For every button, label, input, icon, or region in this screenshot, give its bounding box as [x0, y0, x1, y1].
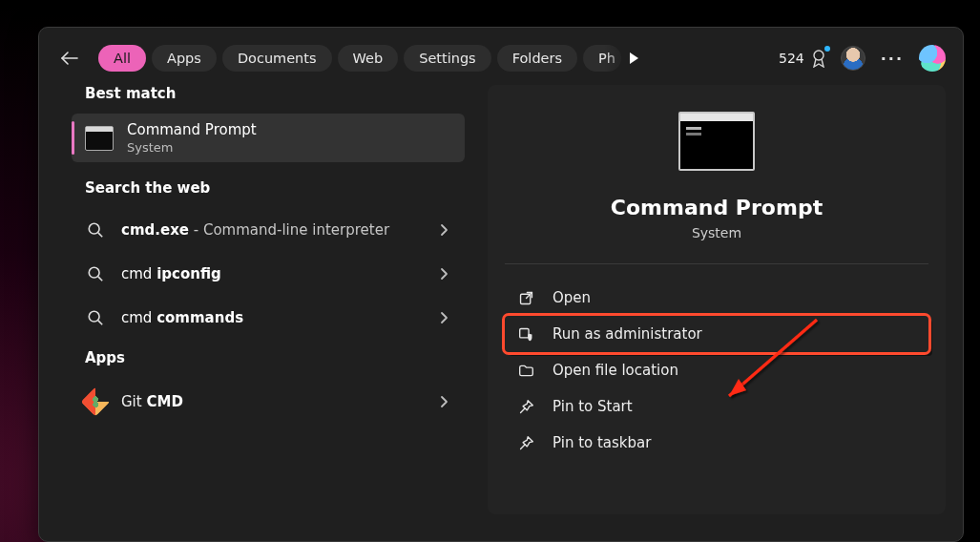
- apps-heading: Apps: [85, 349, 465, 366]
- chevron-right-icon: [438, 311, 449, 324]
- preview-pane: Command Prompt System Open Run as admini…: [488, 85, 946, 514]
- web-result-1-label: cmd.exe - Command-line interpreter: [121, 221, 423, 239]
- web-result-3-label: cmd commands: [121, 309, 423, 326]
- tab-apps[interactable]: Apps: [152, 45, 217, 72]
- chevron-right-icon: [438, 223, 449, 237]
- tab-web[interactable]: Web: [338, 45, 399, 72]
- best-match-subtitle: System: [127, 140, 449, 155]
- svg-line-13: [520, 444, 525, 448]
- action-open-file-location-label: Open file location: [553, 362, 678, 379]
- git-icon: [80, 386, 110, 416]
- preview-subtitle: System: [692, 225, 741, 240]
- pin-icon: [516, 435, 535, 451]
- points-value: 524: [779, 51, 804, 66]
- svg-rect-11: [519, 328, 528, 337]
- open-external-icon: [516, 290, 535, 306]
- tabs-scroll-right[interactable]: [627, 52, 640, 65]
- cmd-prompt-icon: [85, 126, 114, 151]
- search-icon: [85, 309, 106, 326]
- filter-tabs: All Apps Documents Web Settings Folders …: [98, 45, 621, 72]
- search-icon: [85, 265, 106, 282]
- svg-line-4: [98, 233, 102, 237]
- divider: [505, 263, 928, 264]
- folder-icon: [516, 363, 535, 379]
- user-avatar[interactable]: [841, 46, 865, 71]
- results-body: Best match Command Prompt System Search …: [39, 85, 963, 514]
- rewards-points[interactable]: 524: [779, 49, 827, 68]
- tab-all[interactable]: All: [98, 45, 146, 72]
- web-result-2-label: cmd ipconfig: [121, 265, 423, 282]
- tab-documents[interactable]: Documents: [222, 45, 332, 72]
- web-result-3[interactable]: cmd commands: [72, 296, 465, 340]
- play-right-icon: [627, 52, 640, 65]
- app-result-label: Git CMD: [121, 393, 423, 410]
- action-run-as-admin[interactable]: Run as administrator: [505, 316, 928, 352]
- chevron-right-icon: [438, 267, 449, 281]
- svg-line-12: [520, 407, 525, 412]
- svg-line-6: [98, 277, 102, 281]
- svg-line-8: [98, 321, 102, 324]
- action-open-file-location[interactable]: Open file location: [505, 352, 928, 388]
- action-pin-to-start-label: Pin to Start: [553, 398, 633, 415]
- action-pin-to-start[interactable]: Pin to Start: [505, 388, 928, 425]
- preview-header: Command Prompt System: [505, 112, 928, 240]
- best-match-text: Command Prompt System: [127, 121, 449, 155]
- svg-point-2: [814, 51, 824, 60]
- web-result-1[interactable]: cmd.exe - Command-line interpreter: [72, 208, 465, 252]
- arrow-left-icon: [58, 47, 81, 70]
- pin-icon: [516, 399, 535, 415]
- svg-point-7: [89, 311, 99, 322]
- more-menu[interactable]: ···: [879, 50, 906, 68]
- chevron-right-icon: [438, 395, 449, 408]
- notification-dot-icon: [824, 46, 830, 52]
- tab-settings[interactable]: Settings: [404, 45, 490, 72]
- action-open-label: Open: [553, 289, 591, 306]
- action-pin-to-taskbar[interactable]: Pin to taskbar: [505, 425, 928, 461]
- svg-point-3: [89, 223, 99, 234]
- svg-line-10: [526, 292, 532, 298]
- action-pin-to-taskbar-label: Pin to taskbar: [553, 434, 651, 451]
- back-button[interactable]: [47, 47, 93, 70]
- admin-shield-icon: [516, 326, 535, 343]
- cmd-prompt-large-icon: [678, 112, 755, 171]
- start-search-panel: All Apps Documents Web Settings Folders …: [38, 27, 964, 542]
- best-match-heading: Best match: [85, 85, 465, 102]
- results-left-column: Best match Command Prompt System Search …: [72, 85, 465, 514]
- top-header: All Apps Documents Web Settings Folders …: [39, 28, 963, 85]
- copilot-icon[interactable]: [919, 45, 946, 72]
- search-icon: [85, 221, 106, 239]
- preview-title: Command Prompt: [611, 196, 823, 219]
- svg-point-5: [89, 267, 99, 278]
- best-match-title: Command Prompt: [127, 121, 449, 138]
- svg-marker-1: [630, 52, 638, 64]
- action-open[interactable]: Open: [505, 280, 928, 316]
- rewards-medal-icon: [810, 49, 827, 68]
- app-result-git-cmd[interactable]: Git CMD: [72, 378, 465, 426]
- top-right-controls: 524 ···: [779, 45, 946, 72]
- best-match-result[interactable]: Command Prompt System: [72, 114, 465, 162]
- action-run-as-admin-label: Run as administrator: [553, 325, 702, 343]
- tab-folders[interactable]: Folders: [497, 45, 577, 72]
- search-web-heading: Search the web: [85, 179, 465, 197]
- web-result-2[interactable]: cmd ipconfig: [72, 252, 465, 296]
- tabs-overflow-fade: [604, 41, 644, 75]
